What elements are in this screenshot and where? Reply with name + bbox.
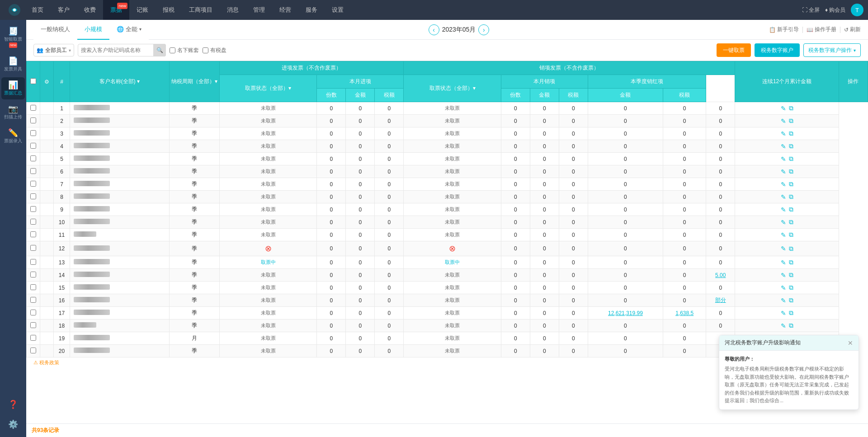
copy-icon[interactable]: ⧉ bbox=[789, 309, 793, 317]
row-checkbox[interactable] bbox=[30, 206, 36, 212]
nav-item-accounting[interactable]: 记账 bbox=[129, 0, 156, 20]
copy-icon[interactable]: ⧉ bbox=[789, 117, 793, 125]
copy-icon[interactable]: ⧉ bbox=[789, 193, 793, 201]
cum-amount-link[interactable]: 5.00 bbox=[715, 272, 726, 278]
copy-icon[interactable]: ⧉ bbox=[789, 104, 793, 112]
nav-item-manage[interactable]: 管理 bbox=[246, 0, 272, 20]
row-checkbox[interactable] bbox=[30, 335, 36, 341]
search-input[interactable] bbox=[81, 47, 153, 53]
row-checkbox[interactable] bbox=[30, 105, 36, 111]
copy-icon[interactable]: ⧉ bbox=[789, 245, 793, 253]
member-btn[interactable]: ♦ 购会员 bbox=[825, 6, 845, 14]
edit-icon[interactable]: ✎ bbox=[781, 155, 786, 163]
refresh-link[interactable]: ↺ 刷新 bbox=[844, 26, 861, 33]
fetch-invoice-btn[interactable]: 一键取票 bbox=[717, 43, 751, 57]
digital-account-btn[interactable]: 税务数字账户 bbox=[755, 43, 800, 57]
edit-icon[interactable]: ✎ bbox=[781, 130, 786, 137]
nav-item-invoice[interactable]: 票据 new bbox=[103, 0, 129, 20]
edit-icon[interactable]: ✎ bbox=[781, 272, 786, 279]
edit-icon[interactable]: ✎ bbox=[781, 310, 786, 317]
edit-icon[interactable]: ✎ bbox=[781, 181, 786, 188]
nav-item-revenue[interactable]: 收费 bbox=[77, 0, 103, 20]
row-checkbox[interactable] bbox=[30, 245, 36, 251]
nav-item-customer[interactable]: 客户 bbox=[51, 0, 77, 20]
user-avatar[interactable]: T bbox=[851, 4, 863, 16]
copy-icon[interactable]: ⧉ bbox=[789, 322, 793, 329]
digital-account-ops-btn[interactable]: 税务数字账户操作 ▾ bbox=[803, 43, 861, 57]
nav-item-home[interactable]: 首页 bbox=[24, 0, 51, 20]
ledger-checkbox[interactable] bbox=[170, 47, 175, 53]
sidebar-item-entry[interactable]: ✏️ 票据录入 bbox=[1, 125, 25, 147]
notification-close-btn[interactable]: ✕ bbox=[848, 339, 853, 347]
new-guide-link[interactable]: 📋 新手引导 bbox=[769, 26, 799, 33]
row-checkbox[interactable] bbox=[30, 231, 36, 237]
red-tax-link[interactable]: 1,638.5 bbox=[675, 310, 693, 316]
sidebar-item-issue-invoice[interactable]: 📄 发票开具 bbox=[1, 53, 25, 75]
row-checkbox[interactable] bbox=[30, 143, 36, 149]
nav-item-service[interactable]: 服务 bbox=[298, 0, 325, 20]
edit-icon[interactable]: ✎ bbox=[781, 206, 786, 213]
period-prev-btn[interactable]: ‹ bbox=[429, 24, 439, 35]
copy-icon[interactable]: ⧉ bbox=[789, 218, 793, 226]
edit-icon[interactable]: ✎ bbox=[781, 193, 786, 201]
sidebar-help-btn[interactable]: ❓ bbox=[5, 396, 21, 413]
copy-icon[interactable]: ⧉ bbox=[789, 130, 793, 137]
row-checkbox[interactable] bbox=[30, 297, 36, 303]
copy-icon[interactable]: ⧉ bbox=[789, 206, 793, 213]
manual-link[interactable]: 📖 操作手册 bbox=[807, 26, 836, 33]
row-checkbox[interactable] bbox=[30, 117, 36, 123]
nav-item-settings[interactable]: 设置 bbox=[325, 0, 351, 20]
row-checkbox[interactable] bbox=[30, 193, 36, 199]
row-checkbox[interactable] bbox=[30, 155, 36, 161]
copy-icon[interactable]: ⧉ bbox=[789, 180, 793, 188]
row-checkbox[interactable] bbox=[30, 322, 36, 328]
row-checkbox[interactable] bbox=[30, 272, 36, 277]
copy-icon[interactable]: ⧉ bbox=[789, 168, 793, 175]
edit-icon[interactable]: ✎ bbox=[781, 105, 786, 112]
edit-icon[interactable]: ✎ bbox=[781, 259, 786, 266]
copy-icon[interactable]: ⧉ bbox=[789, 296, 793, 304]
row-checkbox[interactable] bbox=[30, 219, 36, 225]
tax-checkbox[interactable] bbox=[203, 47, 208, 53]
copy-icon[interactable]: ⧉ bbox=[789, 142, 793, 150]
edit-icon[interactable]: ✎ bbox=[781, 245, 786, 252]
tab-all[interactable]: 🌐 全能 ▾ bbox=[109, 20, 149, 40]
row-checkbox[interactable] bbox=[30, 348, 36, 353]
copy-icon[interactable]: ⧉ bbox=[789, 155, 793, 163]
sidebar-item-summary[interactable]: 📊 票据汇总 bbox=[1, 77, 25, 99]
sidebar-item-scan[interactable]: 📷 扫描上传 bbox=[1, 101, 25, 123]
nav-item-operation[interactable]: 经营 bbox=[272, 0, 298, 20]
period-next-btn[interactable]: › bbox=[478, 24, 489, 35]
edit-icon[interactable]: ✎ bbox=[781, 297, 786, 304]
tab-small[interactable]: 小规模 bbox=[77, 20, 109, 40]
edit-icon[interactable]: ✎ bbox=[781, 284, 786, 291]
row-checkbox[interactable] bbox=[30, 284, 36, 290]
row-checkbox[interactable] bbox=[30, 181, 36, 187]
select-all-checkbox[interactable] bbox=[30, 78, 36, 84]
row-checkbox[interactable] bbox=[30, 130, 36, 136]
copy-icon[interactable]: ⧉ bbox=[789, 231, 793, 239]
edit-icon[interactable]: ✎ bbox=[781, 322, 786, 329]
edit-icon[interactable]: ✎ bbox=[781, 168, 786, 175]
nav-item-message[interactable]: 消息 bbox=[220, 0, 246, 20]
copy-icon[interactable]: ⧉ bbox=[789, 258, 793, 266]
edit-icon[interactable]: ✎ bbox=[781, 219, 786, 226]
sidebar-item-smart-invoice[interactable]: 🧾 智能取票 new bbox=[1, 23, 25, 52]
cum-amount-link[interactable]: 部分 bbox=[715, 297, 726, 303]
row-checkbox[interactable] bbox=[30, 168, 36, 174]
edit-icon[interactable]: ✎ bbox=[781, 231, 786, 239]
employee-select[interactable]: 👥 全部员工 ▾ bbox=[33, 44, 74, 56]
nav-item-business[interactable]: 工商项目 bbox=[182, 0, 220, 20]
copy-icon[interactable]: ⧉ bbox=[789, 284, 793, 291]
red-amount-link[interactable]: 12,621,319.99 bbox=[608, 310, 643, 316]
row-checkbox[interactable] bbox=[30, 259, 36, 265]
copy-icon[interactable]: ⧉ bbox=[789, 271, 793, 279]
sidebar-settings-btn[interactable]: ⚙️ bbox=[5, 416, 21, 432]
nav-item-tax[interactable]: 报税 bbox=[156, 0, 182, 20]
edit-icon[interactable]: ✎ bbox=[781, 143, 786, 150]
tab-general[interactable]: 一般纳税人 bbox=[33, 20, 77, 40]
fullscreen-btn[interactable]: ⛶ 全屏 bbox=[802, 6, 820, 14]
row-checkbox[interactable] bbox=[30, 310, 36, 315]
search-button[interactable]: 🔍 bbox=[153, 44, 166, 56]
edit-icon[interactable]: ✎ bbox=[781, 117, 786, 125]
